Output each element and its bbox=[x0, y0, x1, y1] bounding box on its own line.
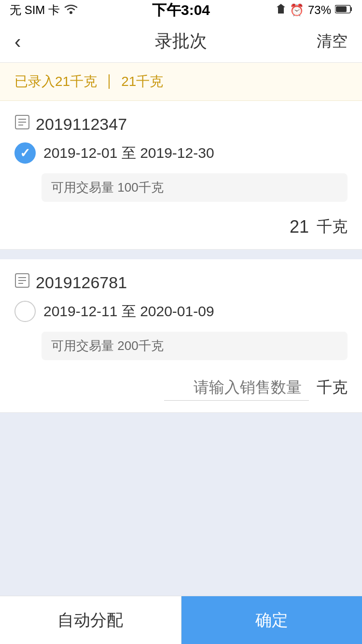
section-divider bbox=[0, 250, 362, 259]
batch-date-1: 2019-12-01 至 2019-12-30 bbox=[43, 143, 214, 163]
status-time: 下午3:04 bbox=[152, 0, 210, 20]
batch-availability-1: 可用交易量 100千克 bbox=[42, 173, 348, 202]
status-bar: 无 SIM 卡 下午3:04 ⏰ 73% bbox=[0, 0, 362, 20]
status-left: 无 SIM 卡 bbox=[10, 2, 78, 18]
alarm-icon: ⏰ bbox=[290, 3, 304, 17]
auto-distribute-button[interactable]: 自动分配 bbox=[0, 596, 181, 644]
wifi-icon bbox=[64, 3, 78, 17]
svg-rect-3 bbox=[336, 6, 347, 12]
batch-card-2: 2019126781 2019-12-11 至 2020-01-09 可用交易量… bbox=[0, 259, 362, 413]
summary-value: 21千克 bbox=[121, 72, 163, 91]
footer: 自动分配 确定 bbox=[0, 596, 362, 644]
batch-quantity-input-2[interactable] bbox=[115, 378, 309, 396]
confirm-button[interactable]: 确定 bbox=[181, 596, 362, 644]
batch-date-row-2[interactable]: 2019-12-11 至 2020-01-09 bbox=[0, 297, 362, 328]
batch-input-row-1: 21 千克 bbox=[0, 209, 362, 250]
batch-unit-2: 千克 bbox=[317, 377, 348, 398]
status-right: ⏰ 73% bbox=[276, 3, 352, 17]
batch-doc-icon-1 bbox=[14, 114, 30, 134]
batch-unit-1: 千克 bbox=[317, 216, 348, 238]
svg-rect-2 bbox=[350, 7, 352, 11]
battery-percent: 73% bbox=[308, 3, 331, 17]
radio-2[interactable] bbox=[14, 301, 36, 322]
input-underline-2 bbox=[164, 375, 309, 401]
batch-date-2: 2019-12-11 至 2020-01-09 bbox=[43, 302, 214, 322]
sim-status: 无 SIM 卡 bbox=[10, 2, 60, 18]
batch-header-2: 2019126781 bbox=[0, 259, 362, 297]
svg-point-0 bbox=[70, 11, 72, 14]
location-icon bbox=[276, 3, 286, 17]
summary-bar: 已录入21千克 21千克 bbox=[0, 63, 362, 101]
radio-1[interactable] bbox=[14, 142, 36, 164]
batch-date-row-1[interactable]: 2019-12-01 至 2019-12-30 bbox=[0, 139, 362, 169]
batch-amount-1: 21 bbox=[290, 217, 309, 237]
bottom-empty-area bbox=[0, 413, 362, 606]
batch-availability-2: 可用交易量 200千克 bbox=[42, 332, 348, 360]
summary-label: 已录入21千克 bbox=[14, 72, 97, 91]
batch-input-row-2: 千克 bbox=[0, 367, 362, 413]
batch-id-1: 2019112347 bbox=[36, 115, 127, 134]
page-title: 录批次 bbox=[155, 29, 207, 53]
nav-bar: ‹ 录批次 清空 bbox=[0, 20, 362, 63]
batch-header-1: 2019112347 bbox=[0, 101, 362, 139]
batch-doc-icon-2 bbox=[14, 273, 30, 292]
batch-id-2: 2019126781 bbox=[36, 273, 127, 292]
clear-button[interactable]: 清空 bbox=[317, 31, 348, 52]
battery-icon bbox=[335, 3, 352, 17]
batch-card-1: 2019112347 2019-12-01 至 2019-12-30 可用交易量… bbox=[0, 101, 362, 250]
back-button[interactable]: ‹ bbox=[14, 32, 21, 51]
summary-divider bbox=[109, 74, 110, 89]
